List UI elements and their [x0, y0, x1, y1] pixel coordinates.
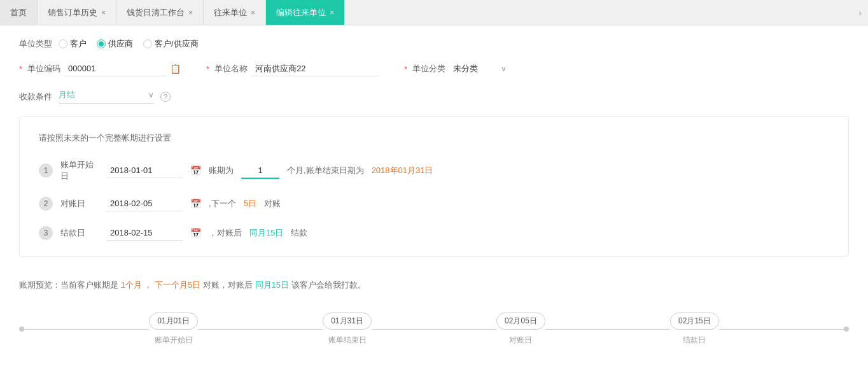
period-note-3b-highlight: 同月15日	[249, 227, 283, 239]
tab-cash-work[interactable]: 钱货日清工作台 ×	[116, 0, 204, 25]
category-label: 单位分类	[412, 63, 445, 74]
timeline-node-start: 01月01日 账单开始日	[149, 313, 198, 346]
unit-info-row: * 单位编码 📋 * 单位名称 * 单位分类 未分类 ∨	[19, 61, 849, 76]
period-note-2c: 对账	[264, 198, 281, 209]
radio-supplier-label: 供应商	[108, 38, 133, 50]
code-label: 单位编码	[27, 63, 60, 74]
period-num-1: 1	[39, 164, 53, 178]
timeline-label-reconcile: 对账日	[509, 335, 532, 346]
period-row-2: 2 对账日 📅 ,下一个 5日 对账	[39, 196, 829, 211]
radio-customer-supplier-circle	[143, 39, 152, 48]
timeline-label-start: 账单开始日	[155, 335, 193, 346]
preview-mid1: ，	[144, 280, 152, 290]
timeline-badge-reconcile: 02月05日	[496, 313, 545, 330]
timeline-left-dot	[19, 327, 24, 332]
reconcile-date-input[interactable]	[106, 196, 183, 211]
timeline-node-payment: 02月15日 结款日	[670, 313, 719, 346]
start-date-input[interactable]	[106, 163, 183, 178]
period-row-1: 1 账单开始日 📅 账期为 个月,账单结束日期为 2018年01月31日	[39, 159, 829, 182]
tab-cash-close[interactable]: ×	[188, 8, 193, 17]
tab-home[interactable]: 首页	[0, 0, 38, 25]
code-calendar-icon[interactable]: 📋	[170, 64, 181, 74]
preview-prefix: 账期预览：当前客户账期是	[19, 280, 118, 290]
timeline-line-4	[545, 329, 670, 330]
period-num-2: 2	[39, 197, 53, 211]
card-instruction: 请按照未来的一个完整帐期进行设置	[39, 132, 829, 144]
timeline-line-3	[372, 329, 496, 330]
unit-type-row: 单位类型 客户 供应商 客户/供应商	[19, 38, 849, 50]
period-label-2: 对账日	[60, 198, 99, 209]
tab-cash-label: 钱货日清工作台	[127, 7, 185, 18]
period-note-3a: ，对账后	[209, 227, 242, 239]
radio-customer-label: 客户	[70, 38, 87, 50]
category-required-star: *	[404, 64, 407, 74]
period-months-input[interactable]	[241, 163, 279, 179]
name-group: * 单位名称	[206, 61, 379, 76]
tab-sales-close[interactable]: ×	[101, 8, 106, 17]
tab-bar: 首页 销售订单历史 × 钱货日清工作台 × 往来单位 × 编辑往来单位 × ›	[0, 0, 868, 25]
timeline-node-end: 01月31日 账单结束日	[323, 313, 372, 346]
radio-supplier[interactable]: 供应商	[97, 38, 133, 50]
timeline-line-2	[198, 329, 323, 330]
timeline-badge-end: 01月31日	[323, 313, 372, 330]
period-end-date-highlight: 2018年01月31日	[372, 165, 433, 176]
tab-edit-partner-unit[interactable]: 编辑往来单位 ×	[266, 0, 345, 25]
tab-edit-close[interactable]: ×	[330, 8, 334, 17]
code-required-star: *	[19, 64, 22, 74]
start-date-calendar-icon[interactable]: 📅	[190, 165, 201, 176]
timeline-label-end: 账单结束日	[328, 335, 367, 346]
timeline-node-reconcile: 02月05日 对账日	[496, 313, 545, 346]
timeline-badge-payment: 02月15日	[670, 313, 719, 330]
radio-supplier-circle	[97, 39, 106, 48]
radio-customer[interactable]: 客户	[59, 38, 87, 50]
period-label-1: 账单开始日	[60, 159, 99, 182]
period-note-2b-highlight: 5日	[244, 198, 256, 209]
radio-customer-supplier[interactable]: 客户/供应商	[143, 38, 199, 50]
settlement-date-calendar-icon[interactable]: 📅	[190, 228, 201, 238]
timeline-label-payment: 结款日	[683, 335, 706, 346]
category-value: 未分类	[453, 63, 478, 74]
period-row-3: 3 结款日 📅 ，对账后 同月15日 结款	[39, 225, 829, 241]
reconcile-date-calendar-icon[interactable]: 📅	[190, 199, 201, 209]
timeline-badge-start: 01月01日	[149, 313, 198, 330]
period-note-1b: 个月,账单结束日期为	[287, 165, 364, 176]
tab-partner-label: 往来单位	[214, 7, 247, 18]
period-note-1a: 账期为	[209, 165, 234, 176]
help-icon[interactable]: ?	[160, 92, 171, 102]
code-group: * 单位编码 📋	[19, 61, 181, 76]
payment-label: 收款条件	[19, 91, 52, 102]
preview-part3: 同月15日	[255, 280, 289, 290]
period-note-2a: ,下一个	[209, 198, 236, 209]
preview-suffix: 该客户会给我打款。	[291, 280, 366, 290]
tab-partner-close[interactable]: ×	[251, 8, 255, 17]
period-label-3: 结款日	[60, 227, 99, 239]
radio-customer-supplier-label: 客户/供应商	[155, 38, 199, 50]
settlement-date-input[interactable]	[106, 225, 183, 241]
payment-value: 月结	[59, 89, 75, 101]
payment-dropdown-arrow[interactable]: ∨	[148, 90, 154, 99]
timeline-right-dot	[844, 327, 849, 332]
tab-edit-label: 编辑往来单位	[276, 7, 326, 18]
preview-row: 账期预览：当前客户账期是 1个月 ， 下一个月5日 对账，对账后 同月15日 该…	[19, 269, 849, 306]
timeline-wrapper: 01月01日 账单开始日 01月31日 账单结束日 02月05日 对账日 02月…	[19, 313, 849, 346]
unit-type-radio-group: 客户 供应商 客户/供应商	[59, 38, 199, 50]
tab-sales-order-history[interactable]: 销售订单历史 ×	[38, 0, 116, 25]
preview-mid2: 对账，对账后	[203, 280, 253, 290]
code-input[interactable]	[64, 61, 166, 76]
category-dropdown-arrow[interactable]: ∨	[501, 64, 507, 73]
tab-partner-unit[interactable]: 往来单位 ×	[204, 0, 266, 25]
payment-row: 收款条件 月结 ∨ ?	[19, 89, 849, 104]
tab-home-label: 首页	[10, 7, 27, 18]
radio-customer-circle	[59, 39, 67, 48]
name-input[interactable]	[251, 61, 379, 76]
main-content: 单位类型 客户 供应商 客户/供应商 * 单位编码 📋 * 单位名称	[0, 25, 868, 387]
period-note-3c: 结款	[291, 227, 307, 239]
category-group: * 单位分类 未分类 ∨	[404, 63, 507, 74]
tab-more-arrow[interactable]: ›	[852, 8, 868, 18]
name-label: 单位名称	[214, 63, 248, 74]
preview-part1: 1个月	[121, 280, 142, 290]
preview-part2: 下一个月5日	[155, 280, 200, 290]
unit-type-label: 单位类型	[19, 38, 52, 50]
timeline-line-5	[719, 329, 844, 330]
name-required-star: *	[206, 64, 209, 74]
